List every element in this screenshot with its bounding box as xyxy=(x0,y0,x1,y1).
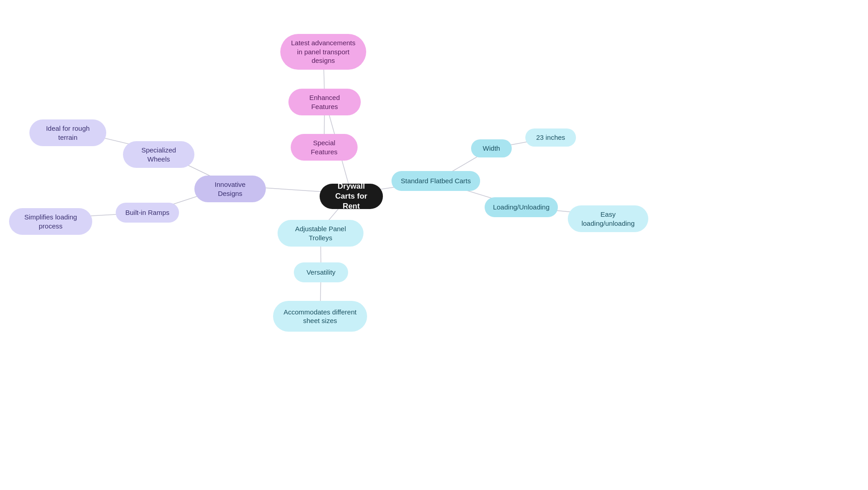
node-ideal_rough: Ideal for rough terrain xyxy=(29,119,106,146)
node-ideal_rough-label: Ideal for rough terrain xyxy=(38,124,98,142)
node-center: Drywall Carts for Rent xyxy=(320,184,383,209)
node-innovative_designs-label: Innovative Designs xyxy=(203,180,258,198)
node-special_features: Special Features xyxy=(291,134,358,161)
connection-lines xyxy=(0,0,868,490)
node-versatility-label: Versatility xyxy=(307,268,335,277)
node-accommodates: Accommodates different sheet sizes xyxy=(273,301,367,332)
node-innovative_designs: Innovative Designs xyxy=(194,176,266,202)
node-special_features-label: Special Features xyxy=(299,138,349,156)
node-built_in_ramps: Built-in Ramps xyxy=(116,203,179,223)
node-specialized_wheels-label: Specialized Wheels xyxy=(131,146,186,163)
node-loading_unloading: Loading/Unloading xyxy=(485,197,558,217)
node-easy_loading-label: Easy loading/unloading xyxy=(576,210,640,228)
node-latest_advancements: Latest advancements in panel transport d… xyxy=(280,34,366,70)
node-accommodates-label: Accommodates different sheet sizes xyxy=(281,308,359,325)
node-simplifies_loading: Simplifies loading process xyxy=(9,208,92,235)
node-twenty_three: 23 inches xyxy=(525,128,576,147)
node-center-label: Drywall Carts for Rent xyxy=(328,181,375,211)
node-built_in_ramps-label: Built-in Ramps xyxy=(125,208,170,217)
node-standard_flatbed-label: Standard Flatbed Carts xyxy=(401,176,471,186)
node-enhanced_features: Enhanced Features xyxy=(288,89,361,115)
node-adjustable_panel-label: Adjustable Panel Trolleys xyxy=(286,224,355,242)
node-latest_advancements-label: Latest advancements in panel transport d… xyxy=(288,38,358,65)
node-versatility: Versatility xyxy=(294,262,348,282)
node-standard_flatbed: Standard Flatbed Carts xyxy=(392,171,480,191)
node-specialized_wheels: Specialized Wheels xyxy=(123,141,194,168)
node-width-label: Width xyxy=(483,144,500,153)
node-width: Width xyxy=(471,139,512,157)
node-loading_unloading-label: Loading/Unloading xyxy=(493,203,549,212)
node-adjustable_panel: Adjustable Panel Trolleys xyxy=(278,220,363,247)
node-enhanced_features-label: Enhanced Features xyxy=(297,93,353,111)
node-easy_loading: Easy loading/unloading xyxy=(568,205,648,232)
node-twenty_three-label: 23 inches xyxy=(536,133,565,142)
node-simplifies_loading-label: Simplifies loading process xyxy=(17,213,84,230)
